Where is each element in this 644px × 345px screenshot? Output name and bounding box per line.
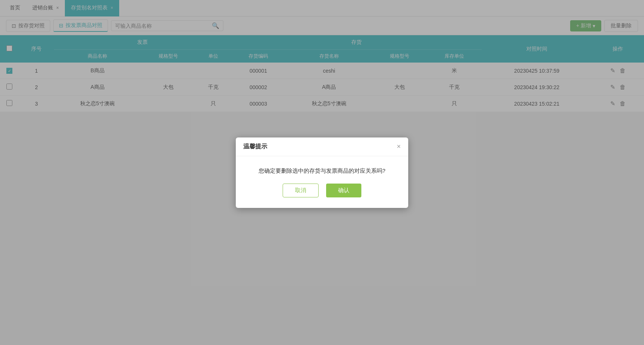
dialog-overlay: 温馨提示 × 您确定要删除选中的存货与发票商品的对应关系吗? 取消 确认 xyxy=(0,0,644,112)
